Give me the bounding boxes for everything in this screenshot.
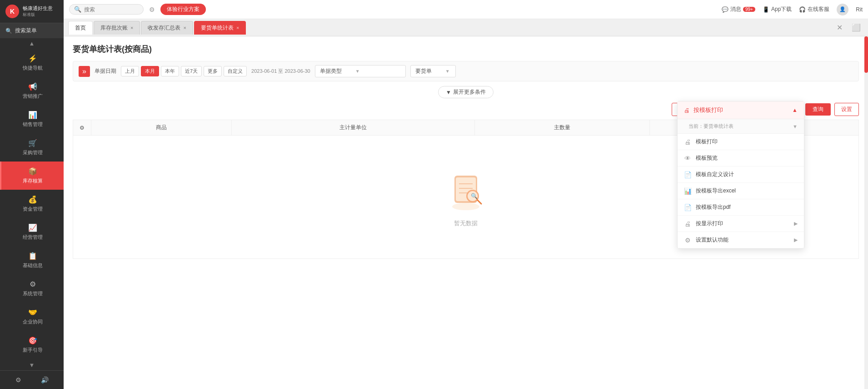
avatar-icon: 👤: [839, 6, 846, 12]
display-print-icon: 🖨: [684, 220, 691, 227]
col-gear[interactable]: ⚙: [73, 120, 91, 136]
sidebar-scroll-up[interactable]: ▲: [0, 38, 64, 49]
main-content: 🔍 ⚙ 体验行业方案 💬 消息 99+ 📱 App下载 🎧 在线客服 👤 Ri: [64, 0, 868, 389]
topbar-search-icon: 🔍: [74, 6, 81, 13]
svg-text:🔍: 🔍: [471, 192, 478, 199]
this-year-btn[interactable]: 本年: [161, 66, 179, 76]
type-filter-select[interactable]: 单据类型 ▼: [315, 65, 406, 77]
sidebar-item-basic[interactable]: 📋 基础信息: [0, 246, 64, 274]
page-title: 要货单统计表(按商品): [73, 44, 859, 55]
topbar-search-box[interactable]: 🔍: [69, 4, 144, 15]
col-unit: 主计量单位: [231, 120, 475, 136]
sidebar-item-finance[interactable]: 💰 资金管理: [0, 190, 64, 218]
tab-order-stats[interactable]: 要货单统计表 ×: [194, 21, 246, 35]
dropdown-template-design[interactable]: 📄 模板自定义设计: [678, 167, 804, 183]
svg-point-0: [452, 203, 479, 210]
expand-conditions-btn[interactable]: ▼ 展开更多条件: [438, 86, 494, 98]
sidebar-search[interactable]: 🔍 搜索菜单: [0, 23, 64, 38]
sidebar-scroll-down[interactable]: ▼: [0, 360, 64, 370]
right-scrollbar[interactable]: [864, 36, 868, 389]
select-arrow-icon: ▼: [355, 69, 360, 74]
sidebar-item-sales[interactable]: 📊 销售管理: [0, 105, 64, 133]
tab-batch-account-close[interactable]: ×: [130, 25, 133, 30]
message-label: 消息: [730, 5, 741, 13]
template-pdf-label: 按模板导出pdf: [696, 203, 731, 211]
app-logo[interactable]: K 畅康通好生意 标准版: [0, 0, 64, 23]
finance-icon: 💰: [28, 195, 37, 204]
template-excel-label: 按模板导出excel: [696, 187, 736, 195]
dropdown-title: 按模板打印: [693, 106, 723, 114]
tabs-bar: 首页 库存批次账 × 收发存汇总表 × 要货单统计表 × ✕ ⬜: [64, 19, 868, 36]
expand-label: 展开更多条件: [453, 88, 486, 96]
sound-footer-btn[interactable]: 🔊: [41, 376, 49, 384]
sidebar-item-inventory[interactable]: 📦 库存核算: [0, 162, 64, 190]
template-print-label: 模板打印: [696, 138, 718, 146]
template-preview-label: 模板预览: [696, 154, 718, 162]
filter-bar: » 单据日期 上月 本月 本年 近7天 更多 自定义 2023-06-01 至 …: [73, 61, 859, 81]
filter-expand-btn[interactable]: »: [79, 66, 90, 77]
dropdown-current-template[interactable]: 当前：要货单统计表 ▼: [678, 119, 804, 134]
template-excel-icon: 📊: [684, 187, 691, 195]
sidebar-item-guide[interactable]: 🎯 新手引导: [0, 331, 64, 359]
operation-icon: 📈: [28, 223, 37, 232]
quick-nav-icon: ⚡: [28, 54, 37, 63]
user-avatar[interactable]: 👤: [837, 4, 848, 15]
dropdown-template-preview[interactable]: 👁 模板预览: [678, 150, 804, 167]
tab-close-all-btn[interactable]: ✕: [834, 22, 845, 33]
scrollbar-thumb[interactable]: [864, 36, 868, 73]
sidebar-item-corp[interactable]: 🤝 企业协同: [0, 303, 64, 331]
settings-footer-btn[interactable]: ⚙: [15, 376, 21, 384]
trial-btn[interactable]: 体验行业方案: [160, 4, 206, 15]
tabs-right-actions: ✕ ⬜: [834, 22, 863, 33]
sidebar-item-purchase[interactable]: 🛒 采购管理: [0, 133, 64, 162]
topbar-search-input[interactable]: [84, 6, 139, 13]
dropdown-template-pdf[interactable]: 📄 按模板导出pdf: [678, 199, 804, 216]
sidebar-item-operation[interactable]: 📈 经营管理: [0, 218, 64, 246]
default-func-left: ⚙ 设置默认功能: [684, 236, 728, 244]
sidebar-item-marketing[interactable]: 📢 营销推广: [0, 77, 64, 105]
custom-btn[interactable]: 自定义: [224, 66, 247, 76]
sidebar-item-quick-nav[interactable]: ⚡ 快捷导航: [0, 49, 64, 77]
dropdown-display-print[interactable]: 🖨 按显示打印 ▶: [678, 216, 804, 232]
table-gear-icon[interactable]: ⚙: [80, 125, 85, 131]
display-print-arrow: ▶: [794, 221, 798, 227]
topbar-actions: 💬 消息 99+ 📱 App下载 🎧 在线客服 👤 Rit: [722, 4, 863, 15]
dropdown-header[interactable]: 🖨 按模板打印 ▲: [678, 101, 804, 119]
date-range-text: 2023-06-01 至 2023-06-30: [251, 68, 310, 75]
message-action[interactable]: 💬 消息 99+: [722, 5, 755, 13]
dropdown-template-print[interactable]: 🖨 模板打印: [678, 134, 804, 150]
tab-collection-summary-close[interactable]: ×: [183, 25, 186, 30]
sidebar-nav: ⚡ 快捷导航 📢 营销推广 📊 销售管理 🛒 采购管理 📦 库存核算 💰 资金管…: [0, 49, 64, 360]
order-type-filter[interactable]: 要货单 ▼: [410, 65, 456, 77]
type-filter-label: 单据类型: [320, 67, 342, 75]
online-service-action[interactable]: 🎧 在线客服: [799, 5, 829, 13]
app-download-action[interactable]: 📱 App下载: [763, 5, 792, 13]
search-icon: 🔍: [5, 28, 12, 34]
tab-home[interactable]: 首页: [68, 21, 93, 35]
query-btn[interactable]: 查询: [805, 103, 831, 116]
tab-order-stats-close[interactable]: ×: [236, 25, 239, 30]
settings-btn[interactable]: 设置: [834, 103, 859, 116]
topbar: 🔍 ⚙ 体验行业方案 💬 消息 99+ 📱 App下载 🎧 在线客服 👤 Ri: [64, 0, 868, 19]
empty-text: 暂无数据: [454, 219, 478, 227]
user-name[interactable]: Rit: [856, 6, 863, 13]
dropdown-default-func[interactable]: ⚙ 设置默认功能 ▶: [678, 232, 804, 248]
sidebar-item-label: 经营管理: [23, 234, 43, 241]
tab-collection-summary[interactable]: 收发存汇总表 ×: [141, 21, 193, 35]
more-btn[interactable]: 更多: [204, 66, 222, 76]
tab-maximize-btn[interactable]: ⬜: [849, 22, 863, 33]
prev-month-btn[interactable]: 上月: [121, 66, 139, 76]
dropdown-template-excel[interactable]: 📊 按模板导出excel: [678, 183, 804, 199]
tab-batch-account[interactable]: 库存批次账 ×: [94, 21, 140, 35]
template-design-label: 模板自定义设计: [696, 171, 734, 178]
sidebar-item-label: 资金管理: [23, 206, 43, 212]
topbar-gear-icon[interactable]: ⚙: [147, 4, 157, 15]
sidebar-item-system[interactable]: ⚙ 系统管理: [0, 274, 64, 303]
expand-conditions-bar: ▼ 展开更多条件: [73, 86, 859, 98]
current-template-label: 当前：要货单统计表: [688, 123, 733, 130]
this-month-btn[interactable]: 本月: [141, 66, 159, 76]
basic-icon: 📋: [28, 252, 37, 260]
dropdown-up-arrow: ▲: [792, 107, 798, 113]
last-7-days-btn[interactable]: 近7天: [181, 66, 202, 76]
sidebar-item-label: 系统管理: [23, 290, 43, 297]
